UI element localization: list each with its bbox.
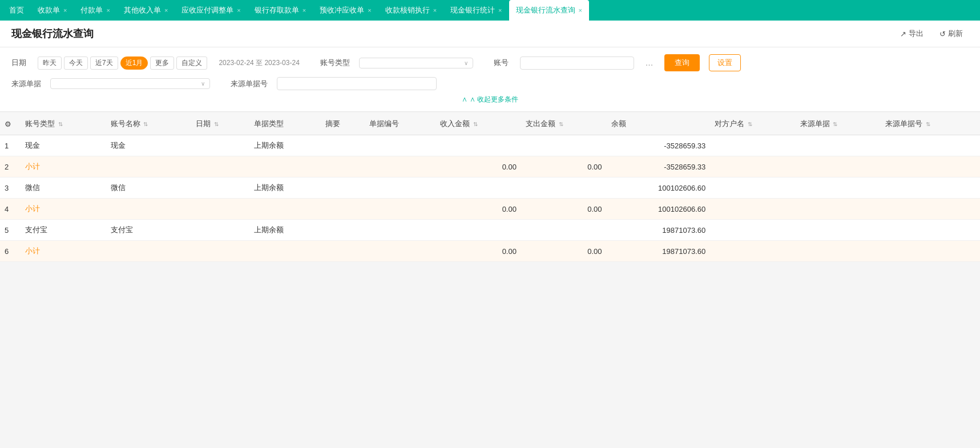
collapse-label: ∧ 收起更多条件 xyxy=(470,95,518,103)
cell-balance: 19871073.60 xyxy=(607,220,711,241)
sort-account-type[interactable]: ⇅ xyxy=(58,121,63,127)
cell-summary xyxy=(321,135,365,156)
nav-close-stats[interactable]: × xyxy=(498,7,502,14)
sort-account-name[interactable]: ⇅ xyxy=(143,121,148,127)
collapse-bar[interactable]: ∧ ∧ 收起更多条件 xyxy=(11,92,969,107)
sort-date[interactable]: ⇅ xyxy=(214,121,219,127)
source-doc-num-input-wrap xyxy=(277,77,437,90)
col-expense-label: 支出金额 xyxy=(526,119,555,128)
table-row[interactable]: 3微信微信上期余额100102606.60 xyxy=(0,177,980,199)
date-7days[interactable]: 近7天 xyxy=(90,56,118,70)
col-balance-label: 余额 xyxy=(611,119,626,128)
nav-close-advance[interactable]: × xyxy=(368,7,371,14)
nav-close-receipt[interactable]: × xyxy=(63,7,67,14)
nav-item-payment[interactable]: 付款单 × xyxy=(74,0,116,21)
cell-expense xyxy=(521,177,607,199)
nav-label-bank: 银行存取款单 xyxy=(255,5,299,15)
cell-expense: 0.00 xyxy=(521,199,607,220)
nav-close-other-income[interactable]: × xyxy=(164,7,168,14)
cell-counter-party xyxy=(710,135,796,156)
nav-item-verify[interactable]: 收款核销执行 × xyxy=(378,0,443,21)
cell-source-doc xyxy=(796,241,881,262)
nav-item-adjustment[interactable]: 应收应付调整单 × xyxy=(175,0,247,21)
nav-item-receipt[interactable]: 收款单 × xyxy=(31,0,74,21)
col-doc-number: 单据编号 xyxy=(365,113,436,135)
gear-icon[interactable]: ⚙ xyxy=(5,120,11,128)
cell-row-num: 1 xyxy=(0,135,21,156)
cell-balance: 19871073.60 xyxy=(607,241,711,262)
nav-item-advance[interactable]: 预收冲应收单 × xyxy=(313,0,378,21)
date-1month[interactable]: 近1月 xyxy=(120,56,148,70)
sort-source-doc[interactable]: ⇅ xyxy=(833,121,837,127)
cell-source-doc-num xyxy=(881,220,980,241)
source-doc-select[interactable]: ∨ xyxy=(50,78,210,89)
cell-counter-party xyxy=(710,199,796,220)
sort-source-doc-num[interactable]: ⇅ xyxy=(926,121,930,127)
cell-expense xyxy=(521,220,607,241)
cell-doc-type xyxy=(249,156,321,177)
cell-source-doc-num xyxy=(881,135,980,156)
col-account-type-label: 账号类型 xyxy=(25,119,55,128)
nav-item-home[interactable]: 首页 xyxy=(2,0,31,21)
top-nav: 首页 收款单 × 付款单 × 其他收入单 × 应收应付调整单 × 银行存取款单 … xyxy=(0,0,980,21)
table-row[interactable]: 1现金现金上期余额-3528659.33 xyxy=(0,135,980,156)
export-label: 导出 xyxy=(909,29,923,39)
account-input-wrap xyxy=(520,56,634,70)
cell-date xyxy=(191,135,249,156)
refresh-button[interactable]: ↺ 刷新 xyxy=(934,26,969,41)
settings-button[interactable]: 设置 xyxy=(709,54,741,71)
col-counter-party: 对方户名 ⇅ xyxy=(710,113,796,135)
cell-date xyxy=(191,220,249,241)
source-doc-num-input[interactable] xyxy=(282,79,431,88)
refresh-label: 刷新 xyxy=(948,29,963,39)
cell-account-type: 小计 xyxy=(21,241,106,262)
col-summary-label: 摘要 xyxy=(325,119,340,128)
nav-label-verify: 收款核销执行 xyxy=(385,5,430,15)
cell-account-type: 现金 xyxy=(21,135,106,156)
export-button[interactable]: ↗ 导出 xyxy=(894,26,929,41)
sort-counter-party[interactable]: ⇅ xyxy=(748,121,752,127)
cell-income xyxy=(435,177,521,199)
table-row[interactable]: 2小计0.000.00-3528659.33 xyxy=(0,156,980,177)
cell-income: 0.00 xyxy=(435,156,521,177)
nav-item-bank[interactable]: 银行存取款单 × xyxy=(248,0,313,21)
nav-item-cashflow[interactable]: 现金银行流水查询 × xyxy=(509,0,589,21)
col-account-type: 账号类型 ⇅ xyxy=(21,113,106,135)
cell-account-name: 现金 xyxy=(106,135,192,156)
account-label: 账号 xyxy=(494,58,511,68)
sort-expense[interactable]: ⇅ xyxy=(559,121,563,127)
cell-doc-number xyxy=(365,220,436,241)
date-today[interactable]: 今天 xyxy=(64,56,88,70)
table-row[interactable]: 4小计0.000.00100102606.60 xyxy=(0,199,980,220)
query-button[interactable]: 查询 xyxy=(664,54,700,71)
cell-doc-type: 上期余额 xyxy=(249,220,321,241)
nav-close-adjustment[interactable]: × xyxy=(237,7,240,14)
col-account-name-label: 账号名称 xyxy=(111,119,140,128)
table-row[interactable]: 6小计0.000.0019871073.60 xyxy=(0,241,980,262)
cell-account-type: 小计 xyxy=(21,156,106,177)
date-custom[interactable]: 自定义 xyxy=(176,56,207,70)
cell-counter-party xyxy=(710,177,796,199)
nav-close-verify[interactable]: × xyxy=(433,7,437,14)
account-type-select[interactable]: ∨ xyxy=(359,58,473,68)
cell-counter-party xyxy=(710,220,796,241)
nav-item-stats[interactable]: 现金银行统计 × xyxy=(443,0,509,21)
date-yesterday[interactable]: 昨天 xyxy=(38,56,62,70)
nav-close-bank[interactable]: × xyxy=(303,7,306,14)
col-income-label: 收入金额 xyxy=(440,119,470,128)
export-icon: ↗ xyxy=(900,30,906,38)
table-row[interactable]: 5支付宝支付宝上期余额19871073.60 xyxy=(0,220,980,241)
nav-label-payment: 付款单 xyxy=(80,5,103,15)
sort-income[interactable]: ⇅ xyxy=(473,121,478,127)
account-dots[interactable]: ... xyxy=(643,58,655,68)
date-more[interactable]: 更多 xyxy=(150,56,174,70)
col-income: 收入金额 ⇅ xyxy=(435,113,521,135)
col-account-name: 账号名称 ⇅ xyxy=(106,113,192,135)
nav-close-payment[interactable]: × xyxy=(106,7,110,14)
cell-counter-party xyxy=(710,156,796,177)
cell-row-num: 5 xyxy=(0,220,21,241)
nav-close-cashflow[interactable]: × xyxy=(579,7,582,14)
account-input[interactable] xyxy=(525,59,629,67)
nav-item-other-income[interactable]: 其他收入单 × xyxy=(117,0,175,21)
data-table: ⚙ 账号类型 ⇅ 账号名称 ⇅ 日期 ⇅ 单据类型 xyxy=(0,113,980,262)
